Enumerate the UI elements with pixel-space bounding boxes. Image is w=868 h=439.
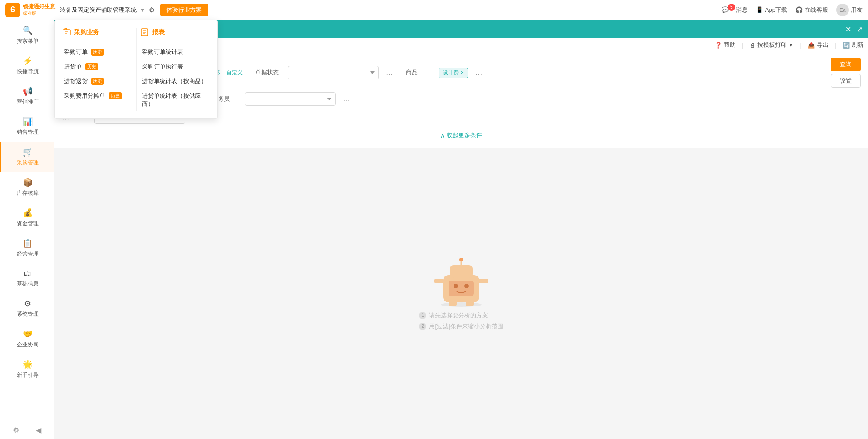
headset-icon: 🎧 — [795, 6, 803, 13]
sidebar-settings-icon[interactable]: ⚙ — [13, 426, 19, 434]
search-icon: 🔍 — [23, 25, 33, 35]
goods-dots[interactable]: … — [475, 69, 483, 77]
avatar: Ea — [836, 4, 849, 16]
logo-area: 6 畅捷通好生意 标准版 — [5, 3, 60, 17]
goods-label: 商品 — [406, 69, 433, 77]
voucher-status-select[interactable] — [288, 66, 379, 79]
help-button[interactable]: ❓ 帮助 — [715, 41, 736, 49]
sidebar-item-guide[interactable]: 🌟 新手引导 — [0, 354, 54, 385]
message-button[interactable]: 💬 5 消息 — [722, 6, 748, 14]
reports-icon — [140, 28, 149, 37]
sidebar-item-enterprise[interactable]: 🤝 企业协同 — [0, 324, 54, 354]
col-divider — [136, 28, 137, 111]
sales-icon: 📊 — [23, 117, 33, 127]
basic-info-icon: 🗂 — [24, 269, 32, 278]
hint-number-2: 2 — [419, 323, 426, 330]
help-icon: ❓ — [715, 42, 722, 49]
phone-icon: 📱 — [756, 6, 763, 13]
marketing-icon: 📢 — [23, 86, 33, 96]
sidebar-item-inventory[interactable]: 📦 库存核算 — [0, 172, 54, 202]
guide-icon: 🌟 — [23, 360, 33, 370]
tab-close-page-icon[interactable]: ✕ — [845, 25, 851, 34]
trial-button[interactable]: 体验行业方案 — [160, 4, 208, 16]
dropdown-col-purchase-business: 采购业务 采购订单 历史 进货单 历史 进货退货 历史 采购费用分摊单 历史 — [62, 28, 132, 111]
enterprise-icon: 🤝 — [23, 329, 33, 339]
sidebar-item-quick-nav[interactable]: ⚡ 快捷导航 — [0, 50, 54, 81]
sidebar-item-basic-info[interactable]: 🗂 基础信息 — [0, 263, 54, 293]
print-arrow-icon[interactable]: ▼ — [789, 43, 793, 48]
settings-button[interactable]: 设置 — [831, 74, 861, 88]
filter-action-col: 查询 设置 — [831, 58, 861, 88]
user-menu[interactable]: Ea 用友 — [836, 4, 863, 16]
export-icon: 📤 — [808, 42, 815, 49]
query-button[interactable]: 查询 — [831, 58, 861, 71]
voucher-status-label: 单据状态 — [255, 69, 283, 77]
voucher-status-dots[interactable]: … — [386, 69, 393, 77]
purchase-icon: 🛒 — [23, 147, 33, 157]
sidebar-item-purchase[interactable]: 🛒 采购管理 — [0, 142, 54, 172]
dropdown-col-reports-header: 报表 — [140, 28, 210, 39]
print-icon: 🖨 — [750, 42, 756, 49]
finance-icon: 💰 — [23, 208, 33, 218]
sidebar-item-system[interactable]: ⚙ 系统管理 — [0, 293, 54, 324]
salesperson-dots[interactable]: … — [343, 95, 350, 103]
tab-right-icons: ✕ ⤢ — [840, 25, 868, 34]
logo-text: 畅捷通好生意 标准版 — [23, 3, 55, 17]
empty-hint-1: 1 请先选择要分析的方案 — [419, 311, 503, 320]
sidebar-item-sales[interactable]: 📊 销售管理 — [0, 111, 54, 142]
svg-rect-2 — [449, 281, 474, 296]
sidebar-item-finance[interactable]: 💰 资金管理 — [0, 202, 54, 233]
logo-icon: 6 — [5, 3, 20, 17]
hint-number-1: 1 — [419, 312, 426, 319]
menu-item-purchase-return[interactable]: 进货退货 历史 — [62, 74, 132, 89]
header-right: 💬 5 消息 📱 App下载 🎧 在线客服 Ea 用友 — [722, 4, 863, 16]
empty-svg — [429, 257, 493, 307]
print-button[interactable]: 🖨 按模板打印 ▼ — [750, 41, 793, 49]
empty-hint-2: 2 用[过滤]条件来缩小分析范围 — [419, 322, 503, 330]
dropdown-columns: 采购业务 采购订单 历史 进货单 历史 进货退货 历史 采购费用分摊单 历史 — [62, 28, 210, 111]
dropdown-col-purchase-header: 采购业务 — [62, 28, 132, 39]
settings-icon[interactable]: ⚙ — [149, 6, 155, 14]
salesperson-select[interactable] — [245, 92, 336, 106]
system-title-area: 装备及固定资产辅助管理系统 ▼ ⚙ — [60, 6, 155, 14]
menu-item-receipt-stats-supplier[interactable]: 进货单统计表（按供应商） — [140, 89, 210, 111]
sidebar-item-search[interactable]: 🔍 搜索菜单 — [0, 20, 54, 50]
menu-item-po-stats[interactable]: 采购订单统计表 — [140, 45, 210, 59]
collapse-filter-button[interactable]: ∧ 收起更多条件 — [62, 128, 861, 142]
tab-fullscreen-icon[interactable]: ⤢ — [857, 25, 863, 34]
refresh-button[interactable]: 🔄 刷新 — [843, 41, 863, 49]
menu-item-receipt-stats-goods[interactable]: 进货单统计表（按商品） — [140, 74, 210, 89]
sidebar-collapse-icon[interactable]: ◀ — [36, 426, 41, 434]
system-icon: ⚙ — [24, 299, 31, 309]
svg-point-0 — [441, 302, 482, 307]
svg-rect-9 — [478, 279, 488, 283]
dropdown-col-reports: 报表 采购订单统计表 采购订单执行表 进货单统计表（按商品） 进货单统计表（按供… — [140, 28, 210, 111]
empty-illustration — [429, 257, 493, 307]
inventory-icon: 📦 — [23, 178, 33, 187]
sidebar-item-operations[interactable]: 📋 经营管理 — [0, 233, 54, 263]
refresh-icon: 🔄 — [843, 42, 850, 49]
svg-rect-8 — [434, 279, 444, 283]
menu-item-purchase-expense[interactable]: 采购费用分摊单 历史 — [62, 89, 132, 103]
operations-icon: 📋 — [23, 238, 33, 248]
menu-item-purchase-order[interactable]: 采购订单 历史 — [62, 45, 132, 59]
goods-tag-close[interactable]: × — [461, 69, 464, 76]
sidebar: 🔍 搜索菜单 ⚡ 快捷导航 📢 营销推广 📊 销售管理 🛒 采购管理 📦 库存核… — [0, 20, 54, 439]
svg-rect-5 — [450, 265, 473, 278]
svg-point-3 — [454, 284, 458, 288]
goods-tag: 设计费 × — [439, 68, 468, 78]
sidebar-item-marketing[interactable]: 📢 营销推广 — [0, 81, 54, 111]
date-shortcut-custom[interactable]: 自定义 — [226, 69, 243, 77]
app-download-button[interactable]: 📱 App下载 — [756, 6, 787, 14]
online-service-button[interactable]: 🎧 在线客服 — [795, 6, 828, 14]
svg-rect-10 — [449, 301, 457, 306]
dropdown-arrow-icon[interactable]: ▼ — [140, 7, 145, 13]
collapse-up-icon: ∧ — [440, 132, 445, 139]
empty-state-area: 1 请先选择要分析的方案 2 用[过滤]条件来缩小分析范围 — [54, 148, 868, 439]
menu-item-po-execution[interactable]: 采购订单执行表 — [140, 59, 210, 74]
empty-hints: 1 请先选择要分析的方案 2 用[过滤]条件来缩小分析范围 — [419, 311, 503, 330]
menu-item-purchase-receipt[interactable]: 进货单 历史 — [62, 59, 132, 74]
export-button[interactable]: 📤 导出 — [808, 41, 829, 49]
system-title-text: 装备及固定资产辅助管理系统 — [60, 6, 137, 14]
quick-nav-icon: ⚡ — [23, 56, 33, 66]
